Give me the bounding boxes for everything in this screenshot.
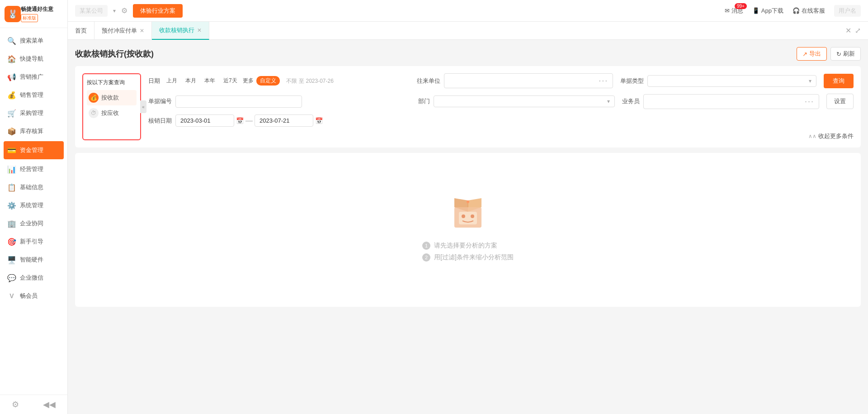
message-button[interactable]: ✉ 消息 99+ xyxy=(725,7,743,15)
solution-button[interactable]: 体验行业方案 xyxy=(133,4,183,18)
company-name: 某某公司 xyxy=(80,7,103,14)
dept-select[interactable]: ▾ xyxy=(434,95,615,107)
export-label: 导出 xyxy=(809,50,821,58)
collapse-icon: « xyxy=(142,105,145,109)
bill-no-label: 单据编号 xyxy=(148,97,172,105)
more-dates-btn[interactable]: 更多 xyxy=(243,77,254,85)
sidebar-item-basic[interactable]: 📋 基础信息 xyxy=(0,178,67,196)
empty-state: 1 请先选择要分析的方案 2 用[过滤]条件来缩小分析范围 xyxy=(75,153,861,298)
sidebar-item-inventory[interactable]: 📦 库存核算 xyxy=(0,122,67,140)
page-actions: ↗ 导出 ↻ 刷新 xyxy=(797,47,861,61)
tab-prepay[interactable]: 预付冲应付单 ✕ xyxy=(94,22,152,40)
verify-end-input[interactable] xyxy=(255,114,313,127)
custom-date-btn[interactable]: 自定义 xyxy=(256,76,280,86)
topbar-right: ✉ 消息 99+ 📱 App下载 🎧 在线客服 用户名 xyxy=(725,5,861,17)
filter-form: 日期 上月 本月 本年 近7天 更多 自定义 不限 至 2023-07-26 xyxy=(148,73,854,140)
message-icon: ✉ xyxy=(725,7,730,14)
filter-option-receipt[interactable]: 💰 按收款 xyxy=(87,90,137,105)
user-name: 用户名 xyxy=(839,7,856,14)
verify-end-calendar-icon[interactable]: 📅 xyxy=(315,117,323,124)
sidebar-item-search[interactable]: 🔍 搜索菜单 xyxy=(0,32,67,50)
app-icon: 📱 xyxy=(752,7,760,14)
refresh-button[interactable]: ↻ 刷新 xyxy=(830,47,861,61)
receivable-option-icon: ⏱ xyxy=(89,108,99,118)
sidebar-bottom: ⚙ ◀◀ xyxy=(0,395,67,414)
tab-actions: ✕ ⤢ xyxy=(845,26,868,35)
bill-no-input[interactable] xyxy=(175,95,302,108)
tip-num-2: 2 xyxy=(422,253,430,262)
quick-dates: 上月 本月 本年 近7天 更多 自定义 xyxy=(164,76,280,86)
sidebar-label-hardware: 智能硬件 xyxy=(20,256,43,264)
sidebar-item-purchase[interactable]: 🛒 采购管理 xyxy=(0,104,67,122)
settings-bottom-icon[interactable]: ⚙ xyxy=(12,400,19,409)
sidebar-item-capital[interactable]: 💳 资金管理 xyxy=(4,141,64,159)
export-icon: ↗ xyxy=(802,51,807,57)
online-service-button[interactable]: 🎧 在线客服 xyxy=(793,7,825,15)
page-header: 收款核销执行(按收款) ↗ 导出 ↻ 刷新 xyxy=(75,47,861,61)
close-tab-icon[interactable]: ✕ xyxy=(845,26,851,35)
user-info[interactable]: 用户名 xyxy=(834,5,861,17)
bill-type-select[interactable]: ▾ xyxy=(647,75,816,87)
export-button[interactable]: ↗ 导出 xyxy=(797,47,827,61)
app-download-button[interactable]: 📱 App下载 xyxy=(752,7,783,15)
page-title: 收款核销执行(按收款) xyxy=(75,48,154,59)
tip-num-1: 1 xyxy=(422,242,430,250)
collapse-more-row[interactable]: ∧∧ 收起更多条件 xyxy=(148,132,854,140)
query-button[interactable]: 查询 xyxy=(824,74,854,88)
collapse-more-icon: ∧∧ xyxy=(808,133,816,139)
sidebar-item-marketing[interactable]: 📢 营销推广 xyxy=(0,68,67,86)
tab-receivable[interactable]: 收款核销执行 ✕ xyxy=(152,22,209,40)
partner-dots-icon[interactable]: ··· xyxy=(599,76,608,86)
tab-receivable-close[interactable]: ✕ xyxy=(197,27,202,33)
logo-text: 畅捷通好生意 标准版 xyxy=(21,5,53,22)
this-year-btn[interactable]: 本年 xyxy=(202,76,218,86)
sidebar-label-sales: 销售管理 xyxy=(20,91,43,99)
last-month-btn[interactable]: 上月 xyxy=(164,76,180,86)
system-icon: ⚙️ xyxy=(7,201,16,210)
filter-row-3: 核销日期 📅 — 📅 xyxy=(148,114,854,127)
capital-icon: 💳 xyxy=(7,146,16,155)
sidebar-item-enterprise[interactable]: 🏢 企业协同 xyxy=(0,214,67,233)
sidebar-item-sales[interactable]: 💰 销售管理 xyxy=(0,86,67,104)
filter-option-receivable[interactable]: ⏱ 按应收 xyxy=(87,105,137,121)
topbar-left: 某某公司 ▾ ⚙ 体验行业方案 xyxy=(75,4,725,18)
collapse-more-label: 收起更多条件 xyxy=(818,132,854,140)
sidebar-item-hardware[interactable]: 🖥️ 智能硬件 xyxy=(0,251,67,269)
this-month-btn[interactable]: 本月 xyxy=(183,76,199,86)
staff-field: 业务员 ··· xyxy=(622,94,819,109)
search-icon: 🔍 xyxy=(7,36,16,45)
tab-prepay-close[interactable]: ✕ xyxy=(140,28,144,34)
service-label: 在线客服 xyxy=(802,7,825,15)
verify-start-input[interactable] xyxy=(175,114,234,127)
not-limit-label: 不限 xyxy=(286,78,297,84)
date-label: 日期 xyxy=(148,77,160,85)
last-7-days-btn[interactable]: 近7天 xyxy=(221,76,240,86)
date-not-limit: 不限 至 2023-07-26 xyxy=(286,76,334,85)
receivable-option-label: 按应收 xyxy=(101,109,119,117)
staff-dots-icon[interactable]: ··· xyxy=(805,97,814,106)
sidebar-item-system[interactable]: ⚙️ 系统管理 xyxy=(0,196,67,214)
setting-button[interactable]: 设置 xyxy=(826,94,854,109)
partner-select[interactable]: ··· xyxy=(444,73,613,88)
tab-home-label: 首页 xyxy=(75,27,87,35)
sidebar-label-vip: 畅会员 xyxy=(20,292,38,300)
sidebar-item-wechat[interactable]: 💬 企业微信 xyxy=(0,269,67,287)
filter-collapse-button[interactable]: « xyxy=(140,100,146,113)
expand-icon[interactable]: ⤢ xyxy=(855,26,861,35)
sidebar-item-quick-nav[interactable]: 🏠 快捷导航 xyxy=(0,50,67,68)
staff-select[interactable]: ··· xyxy=(643,94,819,109)
sidebar-item-guide[interactable]: 🎯 新手引导 xyxy=(0,233,67,251)
collapse-sidebar-icon[interactable]: ◀◀ xyxy=(43,400,56,409)
sidebar-item-operation[interactable]: 📊 经营管理 xyxy=(0,160,67,178)
sidebar-item-vip[interactable]: V 畅会员 xyxy=(0,287,67,305)
dropdown-icon[interactable]: ▾ xyxy=(113,8,116,14)
filter-row-1: 日期 上月 本月 本年 近7天 更多 自定义 不限 至 2023-07-26 xyxy=(148,73,854,88)
content-area: 收款核销执行(按收款) ↗ 导出 ↻ 刷新 按以下方案查询 💰 按收款 xyxy=(68,40,868,414)
hardware-icon: 🖥️ xyxy=(7,255,16,264)
bill-type-field: 单据类型 ▾ xyxy=(620,75,816,87)
sidebar-label-enterprise: 企业协同 xyxy=(20,219,43,228)
gear-icon[interactable]: ⚙ xyxy=(121,6,127,15)
verify-start-calendar-icon[interactable]: 📅 xyxy=(236,117,244,124)
company-selector[interactable]: 某某公司 xyxy=(75,5,108,17)
tab-home[interactable]: 首页 xyxy=(68,22,94,40)
